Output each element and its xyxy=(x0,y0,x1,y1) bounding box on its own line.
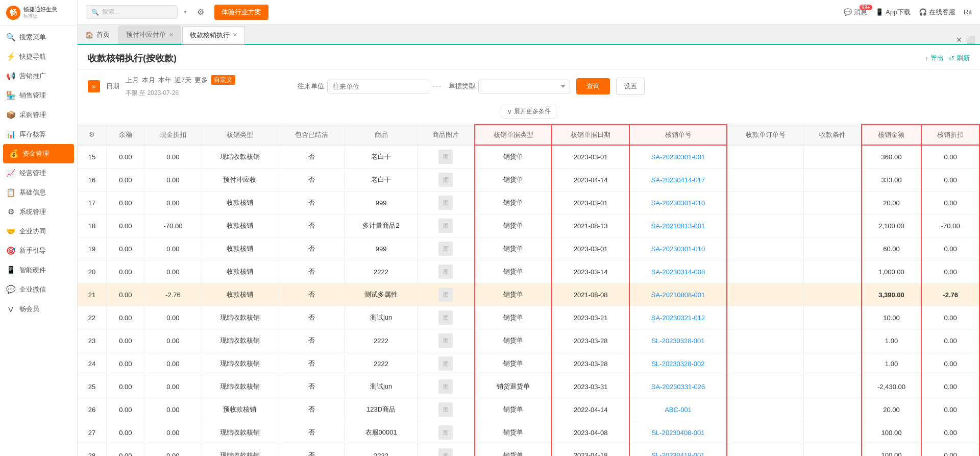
sidebar-item-hardware[interactable]: 📱 智能硬件 xyxy=(0,260,77,280)
logo-icon: 畅 xyxy=(6,6,20,20)
td-receipt_condition-row-0 xyxy=(804,145,862,169)
export-button[interactable]: ↑ 导出 xyxy=(925,54,944,63)
col-header-receipt_condition: 收款条件 xyxy=(804,125,862,145)
marketing-icon: 📢 xyxy=(6,71,15,81)
filter-expand-button[interactable]: » xyxy=(88,80,100,92)
industry-solution-button[interactable]: 体验行业方案 xyxy=(214,5,268,20)
sidebar-item-wechat[interactable]: 💬 企业微信 xyxy=(0,280,77,299)
sidebar-item-purchase[interactable]: 📦 采购管理 xyxy=(0,105,77,125)
bill-no-link[interactable]: SA-20210813-001 xyxy=(651,222,705,230)
operation-icon: 📈 xyxy=(6,169,15,178)
td-cash_discount-row-1: 0.00 xyxy=(144,169,202,191)
date-last-7-days[interactable]: 近7天 xyxy=(175,76,191,85)
topbar-dropdown-icon[interactable]: ▾ xyxy=(184,9,187,15)
app-download-button[interactable]: 📱 App下载 xyxy=(875,8,911,17)
date-more[interactable]: 更多 xyxy=(194,76,208,85)
from-unit-more-icon[interactable]: ··· xyxy=(432,82,442,91)
sidebar-item-finance[interactable]: 💰 资金管理 xyxy=(3,144,74,163)
bill-no-link[interactable]: SL-20230328-001 xyxy=(651,337,704,345)
bill-no-link[interactable]: SA-20210808-001 xyxy=(651,291,705,299)
date-this-year[interactable]: 本年 xyxy=(158,76,172,85)
col-header-gear: ⚙ xyxy=(78,125,107,145)
bill-no-link[interactable]: SA-20230301-001 xyxy=(651,153,705,161)
td-verify_bill_date-row-1: 2023-04-14 xyxy=(552,169,629,191)
sidebar-item-enterprise[interactable]: 🤝 企业协同 xyxy=(0,222,77,241)
tab-maximize-icon[interactable]: ⬜ xyxy=(966,36,975,44)
td-verify_type-row-9: 现结收款核销 xyxy=(202,352,278,375)
tab-close-receipt[interactable]: ✕ xyxy=(233,32,237,38)
td-verify_bill_no-row-6: SA-20210808-001 xyxy=(629,283,727,306)
sidebar-item-inventory[interactable]: 📊 库存核算 xyxy=(0,125,77,144)
bill-no-link[interactable]: SA-20230414-017 xyxy=(651,176,705,184)
tab-home[interactable]: 🏠 首页 xyxy=(78,26,117,44)
td-verify_amount-row-9: 1.00 xyxy=(862,352,922,375)
sidebar-item-shortcut[interactable]: ⚡ 快捷导航 xyxy=(0,47,77,66)
bill-no-link[interactable]: SA-20230321-012 xyxy=(651,314,705,322)
sidebar-item-basic[interactable]: 📋 基础信息 xyxy=(0,183,77,202)
tab-receipt-verify[interactable]: 收款核销执行 ✕ xyxy=(182,26,245,44)
tab-close-prepay[interactable]: ✕ xyxy=(169,32,174,38)
table-row: 230.000.00现结收款核销否2222图销货单2023-03-28SL-20… xyxy=(78,329,979,352)
query-button[interactable]: 查询 xyxy=(576,78,610,94)
tab-prepay[interactable]: 预付冲应付单 ✕ xyxy=(118,26,181,44)
td-goods_img-row-9: 图 xyxy=(417,352,475,375)
date-custom-button[interactable]: 自定义 xyxy=(211,75,235,85)
receipt-type-label: 单据类型 xyxy=(449,82,475,91)
td-balance-row-4: 0.00 xyxy=(107,237,144,260)
td-verify_discount-row-11: 0.00 xyxy=(921,398,979,421)
sidebar-item-system[interactable]: ⚙ 系统管理 xyxy=(0,202,77,222)
sidebar-item-sales[interactable]: 🏪 销售管理 xyxy=(0,86,77,105)
td-cash_discount-row-0: 0.00 xyxy=(144,145,202,169)
chevron-down-icon: ∨ xyxy=(507,108,512,115)
settings-button[interactable]: 设置 xyxy=(616,78,645,95)
search-icon: 🔍 xyxy=(91,9,99,16)
td-balance-row-2: 0.00 xyxy=(107,191,144,214)
tab-close-window-icon[interactable]: ✕ xyxy=(956,36,962,44)
refresh-button[interactable]: ↺ 刷新 xyxy=(949,54,970,63)
td-include_settled-row-6: 否 xyxy=(278,283,345,306)
col-header-verify_discount: 核销折扣 xyxy=(921,125,979,145)
td-verify_bill_type-row-5: 销货单 xyxy=(475,260,552,283)
td-verify_type-row-12: 现结收款核销 xyxy=(202,421,278,444)
refresh-icon: ↺ xyxy=(949,55,954,62)
sidebar-item-search[interactable]: 🔍 搜索菜单 xyxy=(0,28,77,47)
td-verify_bill_no-row-13: SL-20230418-001 xyxy=(629,444,727,457)
sidebar-item-operation[interactable]: 📈 经营管理 xyxy=(0,163,77,183)
from-unit-label: 往来单位 xyxy=(298,82,324,91)
data-table: ⚙余额现金折扣核销类型包含已结清商品商品图片核销单据类型核销单据日期核销单号收款… xyxy=(78,124,980,456)
sidebar-item-marketing[interactable]: 📢 营销推广 xyxy=(0,66,77,86)
sidebar-label-sales: 销售管理 xyxy=(19,91,46,100)
bill-no-link[interactable]: SA-20230331-026 xyxy=(651,383,705,391)
td-verify_type-row-13: 现结收款核销 xyxy=(202,444,278,457)
sidebar-item-guide[interactable]: 🎯 新手引导 xyxy=(0,241,77,260)
bill-no-link[interactable]: ABC-001 xyxy=(665,406,692,414)
td-verify_discount-row-6: -2.76 xyxy=(921,283,979,306)
bill-no-link[interactable]: SA-20230314-008 xyxy=(651,268,705,276)
from-unit-input[interactable] xyxy=(327,80,429,93)
bill-no-link[interactable]: SL-20230408-001 xyxy=(651,429,704,437)
expand-more-conditions-button[interactable]: ∨ 展开更多条件 xyxy=(502,105,556,118)
td-receipt_condition-row-13 xyxy=(804,444,862,457)
message-button[interactable]: 💬 消息 99+ xyxy=(844,8,867,17)
topbar-gear-icon[interactable]: ⚙ xyxy=(193,5,208,20)
date-this-month[interactable]: 本月 xyxy=(142,76,155,85)
user-avatar[interactable]: Rit xyxy=(964,8,972,16)
td-goods_img-row-2: 图 xyxy=(417,191,475,214)
bill-no-link[interactable]: SL-20230418-001 xyxy=(651,451,704,456)
bill-no-link[interactable]: SA-20230301-010 xyxy=(651,199,705,207)
td-verify_bill_no-row-3: SA-20210813-001 xyxy=(629,214,727,237)
td-verify_bill_date-row-3: 2021-08-13 xyxy=(552,214,629,237)
logo-badge: 标准版 xyxy=(23,13,57,19)
bill-no-link[interactable]: SA-20230301-010 xyxy=(651,245,705,253)
receipt-type-select[interactable] xyxy=(478,80,570,93)
headset-icon: 🎧 xyxy=(919,8,927,16)
td-include_settled-row-5: 否 xyxy=(278,260,345,283)
date-last-month[interactable]: 上月 xyxy=(126,76,139,85)
topbar-search-box[interactable]: 🔍 搜索... xyxy=(86,5,178,19)
td-receipt_order_no-row-8 xyxy=(727,329,804,352)
bill-no-link[interactable]: SL-20230328-002 xyxy=(651,360,704,368)
system-icon: ⚙ xyxy=(6,207,15,217)
sidebar-item-member[interactable]: V 畅会员 xyxy=(0,299,77,319)
td-verify_discount-row-0: 0.00 xyxy=(921,145,979,169)
online-service-button[interactable]: 🎧 在线客服 xyxy=(919,8,955,17)
